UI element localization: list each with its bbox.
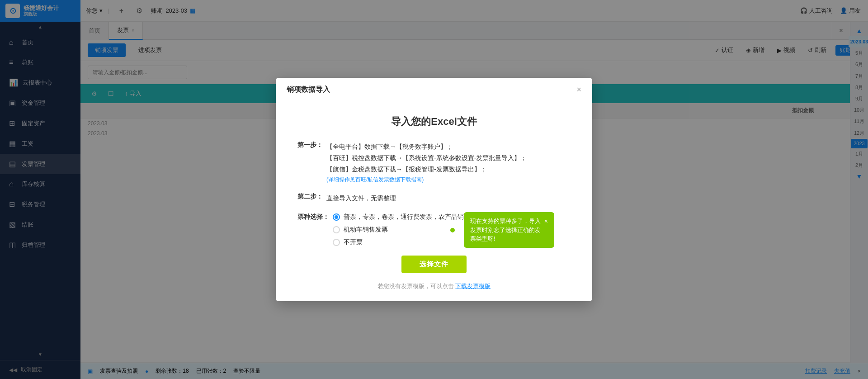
tooltip-container: × 现在支持的票种多了，导入发票时别忘了选择正确的发票类型呀! — [450, 212, 554, 248]
step1-link-text: (详细操作见百旺/航信发票数据下载指南) — [326, 176, 424, 183]
tooltip-close-btn[interactable]: × — [544, 217, 548, 226]
ticket-select-section: 票种选择： 普票，专票，卷票，通行费发票，农产品销售发票 机动车销售发票 — [297, 213, 571, 246]
radio-none-label: 不开票 — [344, 238, 363, 246]
step1-line1: 【全电平台】数据下载→【税务数字账户】； — [326, 141, 527, 152]
radio-car-label: 机动车销售发票 — [344, 226, 388, 234]
step2-content: 直接导入文件，无需整理 — [326, 193, 396, 204]
modal-overlay: 销项数据导入 × 导入您的Excel文件 第一步： 【全电平台】数据下载→【税务… — [0, 0, 868, 379]
modal-header: 销项数据导入 × — [276, 78, 592, 102]
modal-body: 导入您的Excel文件 第一步： 【全电平台】数据下载→【税务数字账户】； 【百… — [276, 102, 592, 302]
select-file-button[interactable]: 选择文件 — [401, 256, 467, 273]
tooltip-line — [455, 230, 464, 230]
radio-car[interactable]: 机动车销售发票 × 现在支持的票种多了，导入发票时别忘了选择正确的发票类型呀! — [333, 226, 483, 234]
step1-label: 第一步： — [297, 141, 323, 149]
step2-row: 第二步： 直接导入文件，无需整理 — [297, 193, 571, 204]
tooltip-bubble: × 现在支持的票种多了，导入发票时别忘了选择正确的发票类型呀! — [464, 212, 554, 248]
download-template-link[interactable]: 下载发票模版 — [455, 283, 491, 289]
step1-line3: 【航信】金税盘数据下载→【报税管理-发票数据导出】； — [326, 164, 527, 175]
radio-circle-car — [333, 226, 340, 233]
tooltip-text: 现在支持的票种多了，导入发票时别忘了选择正确的发票类型呀! — [470, 218, 541, 242]
tooltip-dot — [450, 228, 455, 232]
modal-close-button[interactable]: × — [576, 85, 581, 95]
radio-group: 普票，专票，卷票，通行费发票，农产品销售发票 机动车销售发票 × 现在支持的票 — [333, 213, 483, 246]
radio-circle-none — [333, 239, 340, 246]
step1-link[interactable]: (详细操作见百旺/航信发票数据下载指南) — [297, 176, 571, 184]
step2-label: 第二步： — [297, 193, 323, 201]
modal-title: 销项数据导入 — [287, 85, 330, 95]
step1-line2: 【百旺】税控盘数据下载→【系统设置-系统参数设置-发票批量导入】； — [326, 152, 527, 164]
modal-big-title: 导入您的Excel文件 — [297, 115, 571, 128]
ticket-label: 票种选择： — [297, 213, 329, 221]
select-file-area: 选择文件 — [297, 256, 571, 273]
step1-row: 第一步： 【全电平台】数据下载→【税务数字账户】； 【百旺】税控盘数据下载→【系… — [297, 141, 571, 175]
import-modal: 销项数据导入 × 导入您的Excel文件 第一步： 【全电平台】数据下载→【税务… — [276, 78, 592, 302]
radio-circle-normal — [333, 213, 340, 221]
modal-footer-note: 若您没有发票模版，可以点击 下载发票模版 — [297, 282, 571, 290]
step2-block: 第二步： 直接导入文件，无需整理 — [297, 193, 571, 204]
radio-dot-normal — [335, 215, 338, 219]
footer-note-text: 若您没有发票模版，可以点击 — [377, 283, 454, 289]
step1-content: 【全电平台】数据下载→【税务数字账户】； 【百旺】税控盘数据下载→【系统设置-系… — [326, 141, 527, 175]
step1-block: 第一步： 【全电平台】数据下载→【税务数字账户】； 【百旺】税控盘数据下载→【系… — [297, 141, 571, 184]
